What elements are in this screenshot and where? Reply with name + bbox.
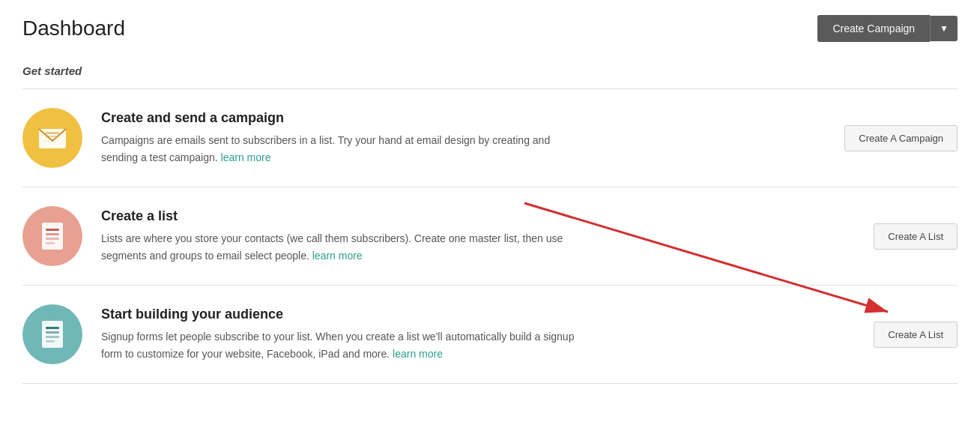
campaign-action: Create A Campaign	[844, 125, 958, 151]
list-svg-icon	[36, 220, 69, 253]
svg-rect-11	[46, 327, 59, 329]
envelope-svg-icon	[36, 121, 69, 154]
campaign-description: Campaigns are emails sent to subscribers…	[101, 132, 588, 166]
audience-svg-icon	[36, 318, 69, 351]
svg-rect-12	[46, 331, 59, 334]
page-header: Dashboard Create Campaign ▼	[22, 15, 958, 42]
campaign-content: Create and send a campaign Campaigns are…	[101, 110, 829, 166]
create-a-list-button-2[interactable]: Create A List	[874, 322, 958, 348]
svg-rect-3	[46, 132, 59, 134]
campaign-icon	[22, 108, 82, 168]
create-campaign-dropdown-button[interactable]: ▼	[930, 16, 958, 41]
audience-learn-more-link[interactable]: learn more	[393, 348, 443, 360]
list-item: Create a list Lists are where you store …	[22, 187, 958, 286]
page-title: Dashboard	[22, 16, 125, 40]
svg-rect-13	[46, 336, 59, 338]
list-description: Lists are where you store your contacts …	[101, 230, 588, 264]
svg-rect-5	[42, 223, 63, 250]
campaign-learn-more-link[interactable]: learn more	[221, 151, 271, 163]
svg-rect-9	[46, 242, 55, 244]
list-content: Create a list Lists are where you store …	[101, 208, 859, 264]
svg-rect-4	[46, 136, 56, 137]
chevron-down-icon: ▼	[940, 23, 949, 34]
svg-rect-6	[46, 229, 59, 231]
create-campaign-button[interactable]: Create Campaign	[817, 15, 930, 42]
svg-rect-10	[42, 321, 63, 348]
list-learn-more-link[interactable]: learn more	[312, 250, 363, 262]
main-content: Get started	[22, 64, 958, 384]
svg-rect-14	[46, 340, 55, 343]
create-a-campaign-button[interactable]: Create A Campaign	[844, 125, 958, 151]
list-heading: Create a list	[101, 208, 859, 224]
list-item: Start building your audience Signup form…	[22, 286, 958, 384]
list-item: Create and send a campaign Campaigns are…	[22, 89, 958, 187]
audience-description: Signup forms let people subscribe to you…	[101, 328, 588, 362]
header-actions: Create Campaign ▼	[817, 15, 958, 42]
list-icon	[22, 206, 82, 266]
audience-heading: Start building your audience	[101, 307, 859, 322]
svg-rect-7	[46, 233, 59, 235]
audience-icon	[22, 304, 82, 364]
campaign-heading: Create and send a campaign	[101, 110, 829, 126]
section-title: Get started	[22, 64, 958, 77]
audience-action: Create A List	[874, 322, 958, 348]
audience-content: Start building your audience Signup form…	[101, 307, 859, 362]
svg-rect-8	[46, 238, 59, 240]
list-action: Create A List	[874, 223, 958, 250]
get-started-list: Create and send a campaign Campaigns are…	[22, 89, 958, 384]
create-a-list-button-1[interactable]: Create A List	[874, 223, 958, 250]
